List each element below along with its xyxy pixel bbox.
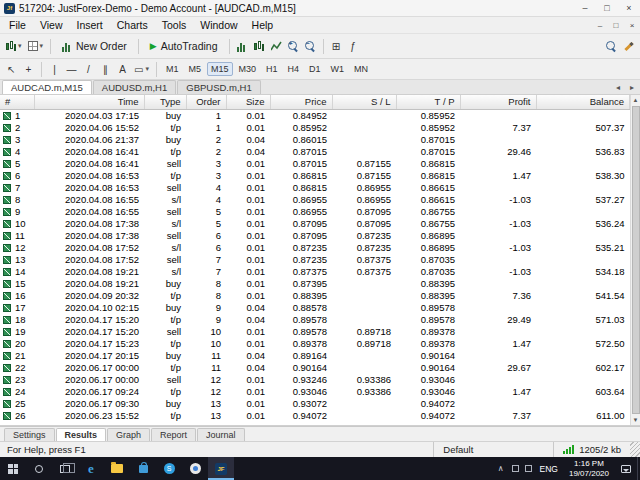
language-indicator[interactable]: ENG: [535, 464, 563, 474]
scroll-up-arrow[interactable]: ▲: [633, 95, 639, 105]
timeframe-m1[interactable]: M1: [162, 62, 183, 76]
browser-button[interactable]: [182, 457, 208, 480]
search-button[interactable]: [603, 37, 620, 56]
zoom-in-button[interactable]: +: [285, 37, 302, 56]
chart-tab[interactable]: GBPUSD.m,H1: [177, 80, 260, 94]
mdi-restore-button[interactable]: □: [608, 19, 624, 32]
edge-taskbar-button[interactable]: e: [78, 457, 104, 480]
table-row[interactable]: 182020.04.17 15:20t/p90.040.895780.89578…: [0, 313, 630, 325]
mdi-minimize-button[interactable]: –: [592, 19, 608, 32]
search-taskbar-button[interactable]: [26, 457, 52, 480]
profile-selector[interactable]: Default: [433, 442, 553, 457]
timeframe-m5[interactable]: M5: [184, 62, 205, 76]
skype-button[interactable]: S: [156, 457, 182, 480]
new-chart-button[interactable]: ▾: [3, 37, 25, 56]
column-header[interactable]: Profit: [460, 95, 536, 109]
table-row[interactable]: 152020.04.08 19:21buy80.010.873950.88395: [0, 277, 630, 289]
table-row[interactable]: 222020.06.17 00:00t/p110.040.901640.9016…: [0, 361, 630, 373]
tester-tab-results[interactable]: Results: [56, 428, 107, 441]
action-center-icon[interactable]: [621, 465, 631, 473]
table-row[interactable]: 22020.04.06 15:52t/p10.010.859520.859527…: [0, 121, 630, 133]
crosshair-button[interactable]: +: [20, 60, 37, 79]
chart-tab[interactable]: AUDUSD.m,H1: [93, 80, 176, 94]
table-row[interactable]: 92020.04.08 16:55sell50.010.869550.87095…: [0, 205, 630, 217]
timeframe-h1[interactable]: H1: [262, 62, 282, 76]
table-row[interactable]: 82020.04.08 16:55s/l40.010.869550.869550…: [0, 193, 630, 205]
text-tool-button[interactable]: A: [114, 60, 131, 79]
menu-help[interactable]: Help: [245, 18, 281, 32]
scroll-down-arrow[interactable]: ▼: [633, 415, 639, 425]
timeframe-m15[interactable]: M15: [207, 62, 233, 76]
horizontal-line-button[interactable]: —: [63, 60, 80, 79]
candle-chart-button[interactable]: [251, 37, 268, 56]
timeframe-w1[interactable]: W1: [327, 62, 349, 76]
scroll-tabs-left-button[interactable]: ◂: [612, 83, 624, 92]
tray-icon[interactable]: [512, 465, 519, 472]
table-row[interactable]: 102020.04.08 17:38s/l50.010.870950.87095…: [0, 217, 630, 229]
vertical-line-button[interactable]: |: [46, 60, 63, 79]
scroll-tabs-right-button[interactable]: ▸: [626, 83, 638, 92]
minimize-button[interactable]: –: [574, 0, 596, 16]
column-header[interactable]: T / P: [396, 95, 460, 109]
bar-chart-button[interactable]: [234, 37, 251, 56]
channel-button[interactable]: ∥: [97, 60, 114, 79]
column-header[interactable]: Price: [270, 95, 332, 109]
menu-charts[interactable]: Charts: [110, 18, 155, 32]
table-row[interactable]: 172020.04.10 02:15buy90.040.885780.89578: [0, 301, 630, 313]
new-order-button[interactable]: New Order: [55, 37, 134, 56]
column-header[interactable]: Type: [144, 95, 186, 109]
mdi-close-button[interactable]: ×: [624, 19, 640, 32]
task-view-button[interactable]: [52, 457, 78, 480]
tester-tab-report[interactable]: Report: [151, 428, 196, 441]
table-row[interactable]: 242020.06.17 09:24t/p120.010.930460.9338…: [0, 385, 630, 397]
zoom-out-button[interactable]: −: [302, 37, 319, 56]
menu-file[interactable]: File: [2, 18, 33, 32]
timeframe-mn[interactable]: MN: [350, 62, 372, 76]
maximize-button[interactable]: □: [596, 0, 618, 16]
table-row[interactable]: 212020.04.17 20:15buy110.040.891640.9016…: [0, 349, 630, 361]
column-header[interactable]: Size: [226, 95, 270, 109]
table-row[interactable]: 32020.04.06 21:37buy20.040.860150.87015: [0, 133, 630, 145]
tile-windows-button[interactable]: ⊞: [328, 37, 345, 56]
tester-tab-journal[interactable]: Journal: [197, 428, 245, 441]
table-row[interactable]: 62020.04.08 16:53t/p30.010.868150.871550…: [0, 169, 630, 181]
taskbar-clock[interactable]: 1:16 PM 19/07/2020: [563, 459, 615, 478]
indicators-button[interactable]: ƒ: [345, 37, 362, 56]
metaeditor-button[interactable]: [620, 37, 637, 56]
autotrading-button[interactable]: ▶ AutoTrading: [143, 37, 225, 56]
start-button[interactable]: [0, 457, 26, 480]
table-row[interactable]: 192020.04.17 15:20sell100.010.895780.897…: [0, 325, 630, 337]
tester-tab-settings[interactable]: Settings: [4, 428, 55, 441]
column-header[interactable]: #: [0, 95, 34, 109]
vertical-scrollbar[interactable]: ▲ ▼: [630, 95, 640, 425]
table-row[interactable]: 112020.04.08 17:38sell60.010.870950.8723…: [0, 229, 630, 241]
table-row[interactable]: 42020.04.08 16:41t/p20.040.870150.870152…: [0, 145, 630, 157]
mt4-taskbar-button[interactable]: JF: [208, 457, 234, 480]
table-row[interactable]: 202020.04.17 15:23t/p100.010.893780.8971…: [0, 337, 630, 349]
menu-insert[interactable]: Insert: [70, 18, 110, 32]
tray-icon[interactable]: [525, 465, 532, 472]
line-chart-button[interactable]: [268, 37, 285, 56]
table-row[interactable]: 142020.04.08 19:21s/l70.010.873750.87375…: [0, 265, 630, 277]
file-explorer-button[interactable]: [104, 457, 130, 480]
table-row[interactable]: 12020.04.03 17:15buy10.010.849520.85952: [0, 109, 630, 121]
table-row[interactable]: 122020.04.08 17:52s/l60.010.872350.87235…: [0, 241, 630, 253]
shapes-tool-button[interactable]: ▭ ▾: [131, 60, 152, 79]
trendline-button[interactable]: /: [80, 60, 97, 79]
profiles-button[interactable]: ▾: [25, 37, 47, 56]
tester-tab-graph[interactable]: Graph: [107, 428, 150, 441]
table-row[interactable]: 162020.04.09 20:32t/p80.010.883950.88395…: [0, 289, 630, 301]
menu-view[interactable]: View: [33, 18, 70, 32]
table-row[interactable]: 52020.04.08 16:41sell30.010.870150.87155…: [0, 157, 630, 169]
column-header[interactable]: Order: [186, 95, 226, 109]
table-row[interactable]: 72020.04.08 16:53sell40.010.868150.86955…: [0, 181, 630, 193]
chart-tab[interactable]: AUDCAD.m,M15: [2, 80, 92, 94]
close-button[interactable]: ×: [618, 0, 640, 16]
menu-tools[interactable]: Tools: [155, 18, 194, 32]
timeframe-d1[interactable]: D1: [305, 62, 325, 76]
menu-window[interactable]: Window: [193, 18, 244, 32]
tray-chevron-icon[interactable]: ∧: [493, 464, 509, 473]
column-header[interactable]: Time: [34, 95, 144, 109]
table-row[interactable]: 252020.06.17 09:30buy130.010.930720.9407…: [0, 397, 630, 409]
timeframe-m30[interactable]: M30: [235, 62, 261, 76]
